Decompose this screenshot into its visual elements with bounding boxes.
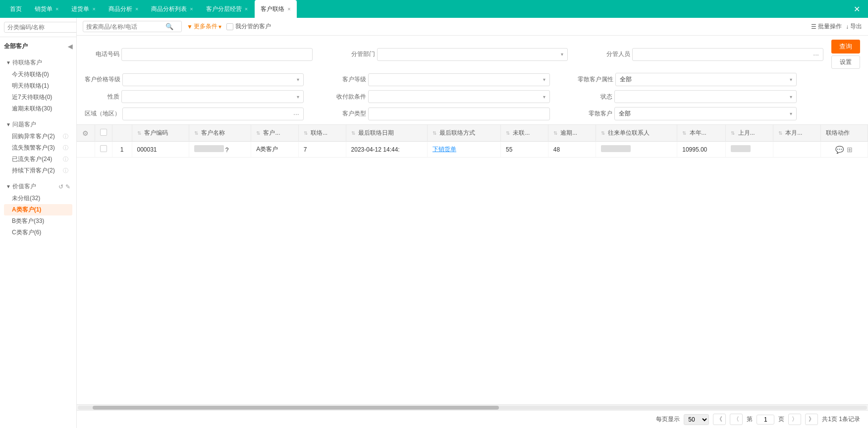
payment-select[interactable]: ▾ [368,90,550,103]
scroll-track[interactable] [78,406,867,410]
info-icon[interactable]: ⓘ [63,144,68,152]
more-options-icon[interactable]: ··· [813,51,819,58]
customer-type-input[interactable] [368,107,550,120]
dept-select[interactable]: ▾ [377,48,568,61]
more-filter-button[interactable]: ▼ 更多条件 ▾ [187,22,221,31]
th-no-contact[interactable]: ⇅ 未联... [501,125,548,142]
last-page-button[interactable]: 》 [805,414,818,425]
sidebar-item-a-class[interactable]: A类客户(1) [4,204,72,215]
close-icon[interactable]: × [245,6,248,12]
select-all-checkbox[interactable] [100,129,107,136]
td-last-method[interactable]: 下销货单 [427,142,500,158]
settings-button[interactable]: 设置 [831,55,860,69]
close-icon[interactable]: × [135,6,138,12]
th-overdue[interactable]: ⇅ 逾期... [548,125,596,142]
close-icon[interactable]: × [190,6,193,12]
sidebar-item-repurchase-abnormal[interactable]: 回购异常客户(2) ⓘ [4,131,72,142]
th-this-year[interactable]: ⇅ 本年... [677,125,726,142]
nav-tab-sales[interactable]: 销货单 × [29,0,64,18]
sidebar-item-c-class[interactable]: C类客户(6) [4,227,72,238]
th-last-date[interactable]: ⇅ 最后联络日期 [346,125,427,142]
sidebar-item-churned[interactable]: 已流失客户(24) ⓘ [4,154,72,165]
main-layout: 🔍 全部客户 ◀ ▼ 待联络客户 今天待联络(0) 明天待联络(1) 近7天待联… [0,18,868,428]
region-label: 区域（地区） [85,109,120,118]
message-icon[interactable]: 💬 [835,146,844,154]
page-number-input[interactable] [757,415,774,425]
sidebar-item-unclassified[interactable]: 未分组(32) [4,193,72,204]
td-name[interactable]: ? [189,142,251,158]
manager-input[interactable]: ··· [632,48,823,61]
price-grade-select[interactable]: ▾ [122,73,304,86]
td-check[interactable] [95,142,112,158]
problem-customers-group[interactable]: ▼ 问题客户 [4,118,72,131]
all-customers-header[interactable]: 全部客户 ◀ [4,40,72,53]
th-contact[interactable]: ⇅ 联络... [298,125,346,142]
sort-icon: ⇅ [137,130,141,136]
sidebar-item-declining[interactable]: 持续下滑客户(2) ⓘ [4,165,72,176]
customer-grade-select[interactable]: ▾ [368,73,550,86]
more-options-icon[interactable]: ··· [293,110,299,118]
main-search-bar[interactable]: 🔍 [83,21,182,32]
th-last-month[interactable]: ⇅ 上月... [726,125,773,142]
th-type[interactable]: ⇅ 客户... [251,125,299,142]
th-name[interactable]: ⇅ 客户名称 [189,125,251,142]
prev-page-button[interactable]: 〈 [730,414,743,425]
triangle-icon: ▼ [6,122,11,127]
nav-tab-segmentation[interactable]: 客户分层经营 × [200,0,254,18]
pending-contact-group[interactable]: ▼ 待联络客户 [4,56,72,69]
phone-input[interactable] [121,48,313,61]
th-last-method[interactable]: ⇅ 最后联络方式 [427,125,500,142]
th-this-month[interactable]: ⇅ 本月... [773,125,821,142]
refresh-icon[interactable]: ↺ [58,183,63,190]
info-icon[interactable]: ⓘ [63,156,68,163]
first-page-button[interactable]: 《 [713,414,726,425]
row-checkbox[interactable] [100,145,107,152]
close-icon[interactable]: × [287,6,290,12]
main-search-icon[interactable]: 🔍 [165,23,173,30]
status-select[interactable]: ▾ [614,90,797,103]
batch-operations-button[interactable]: ☰ 批量操作 [811,22,842,31]
info-icon[interactable]: ⓘ [63,133,68,140]
nav-tab-analysis-list[interactable]: 商品分析列表 × [145,0,199,18]
th-unit-contact[interactable]: ⇅ 往来单位联系人 [596,125,677,142]
my-customers-checkbox[interactable]: 我分管的客户 [226,22,271,31]
sidebar-item-overdue[interactable]: 逾期未联络(30) [4,103,72,114]
retail-select[interactable]: 全部 ▾ [614,107,797,120]
th-code[interactable]: ⇅ 客户编码 [132,125,189,142]
sidebar-item-7days[interactable]: 近7天待联络(0) [4,92,72,103]
close-icon[interactable]: × [55,6,58,12]
nature-select[interactable]: ▾ [121,90,304,103]
retail-attr-select[interactable]: 全部 ▾ [615,73,797,86]
sidebar-search-input[interactable] [4,22,77,33]
nav-tab-purchase[interactable]: 进货单 × [65,0,101,18]
sidebar-item-today[interactable]: 今天待联络(0) [4,69,72,80]
nav-tab-analysis[interactable]: 商品分析 × [103,0,144,18]
collapse-icon[interactable]: ◀ [68,43,72,50]
next-page-button[interactable]: 〉 [788,414,801,425]
sidebar-item-churn-warning[interactable]: 流失预警客户(3) ⓘ [4,142,72,154]
td-code[interactable]: 000031 [132,142,189,158]
window-close-icon[interactable]: ✕ [850,2,864,16]
region-input[interactable]: ··· [122,107,304,120]
info-icon[interactable]: ⓘ [63,167,68,174]
scroll-thumb[interactable] [93,406,499,410]
query-button[interactable]: 查询 [831,40,860,54]
th-check[interactable] [95,125,112,142]
nav-tab-home[interactable]: 首页 [4,0,28,18]
horizontal-scrollbar[interactable] [77,404,868,410]
sidebar-item-tomorrow[interactable]: 明天待联络(1) [4,80,72,92]
nav-tab-contact[interactable]: 客户联络 × [255,0,296,18]
th-gear[interactable]: ⚙ [77,125,95,142]
edit-icon[interactable]: ✎ [65,183,70,190]
qrcode-icon[interactable]: ⊞ [847,146,853,154]
page-size-select[interactable]: 50 20 100 [684,414,709,425]
main-search-input[interactable] [86,23,165,30]
checkbox-icon[interactable] [226,23,233,30]
gear-icon[interactable]: ⚙ [82,129,89,137]
last-method-link[interactable]: 下销货单 [433,146,456,153]
td-overdue: 48 [548,142,596,158]
advanced-filter-panel: 电话号码 分管部门 ▾ 分管人员 ··· [77,36,868,125]
close-icon[interactable]: × [92,6,95,12]
export-button[interactable]: ↓ 导出 [846,22,862,31]
sidebar-item-b-class[interactable]: B类客户(33) [4,215,72,227]
